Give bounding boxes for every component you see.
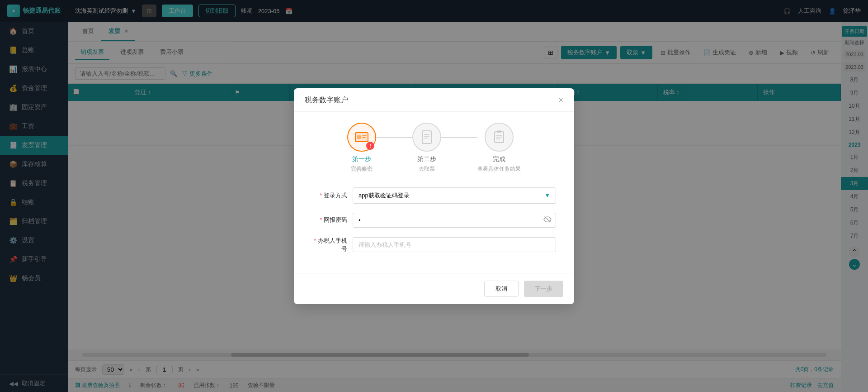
- step-3: 完成 查看具体任务结果: [477, 123, 521, 173]
- eye-icon[interactable]: [543, 217, 552, 224]
- step1-icon-wrap: !: [347, 123, 376, 152]
- step1-badge: !: [366, 142, 374, 150]
- step3-clipboard-icon: [491, 129, 507, 145]
- step1-label: 第一步: [352, 155, 371, 163]
- step1-desc: 完善账密: [351, 165, 373, 173]
- step2-icon-wrap: [412, 123, 441, 152]
- login-method-select[interactable]: app获取验证码登录 ▼: [353, 187, 556, 204]
- login-method-value: app获取验证码登录: [359, 191, 410, 200]
- select-dropdown-icon: ▼: [544, 192, 550, 199]
- next-button[interactable]: 下一步: [524, 281, 563, 297]
- step-connector-1: [376, 137, 412, 138]
- dialog-tax-account: 税务数字账户 ×: [294, 88, 574, 304]
- step2-desc: 去取票: [419, 165, 435, 173]
- dialog-body: ! 第一步 完善账密: [294, 112, 574, 273]
- password-input[interactable]: [353, 213, 556, 228]
- step3-label: 完成: [493, 155, 505, 163]
- password-row: * 网报密码: [312, 213, 556, 228]
- phone-row: * 办税人手机号: [312, 237, 556, 253]
- step-2: 第二步 去取票: [412, 123, 441, 173]
- login-method-row: * 登录方式 app获取验证码登录 ▼: [312, 187, 556, 204]
- svg-rect-5: [422, 131, 431, 143]
- step-1: ! 第一步 完善账密: [347, 123, 376, 173]
- dialog-title: 税务数字账户: [305, 96, 348, 105]
- step-connector-2: [441, 137, 477, 138]
- login-method-label: * 登录方式: [312, 191, 353, 200]
- password-wrap: [353, 213, 556, 228]
- phone-label: * 办税人手机号: [312, 237, 353, 253]
- steps-indicator: ! 第一步 完善账密: [312, 123, 556, 173]
- required-star: *: [320, 192, 322, 199]
- step2-label: 第二步: [417, 155, 436, 163]
- required-star2: *: [320, 216, 322, 223]
- step3-desc: 查看具体任务结果: [477, 165, 521, 173]
- cancel-button[interactable]: 取消: [484, 281, 519, 297]
- modal-overlay: 税务数字账户 ×: [0, 0, 868, 392]
- dialog-footer: 取消 下一步: [294, 273, 574, 304]
- dialog-header: 税务数字账户 ×: [294, 88, 574, 112]
- svg-rect-2: [357, 135, 361, 139]
- password-label: * 网报密码: [312, 216, 353, 224]
- required-star3: *: [314, 237, 316, 244]
- login-form: * 登录方式 app获取验证码登录 ▼ * 网报密码: [312, 187, 556, 253]
- dialog-close-button[interactable]: ×: [558, 96, 563, 105]
- phone-input[interactable]: [353, 237, 556, 252]
- step2-receipt-icon: [419, 129, 435, 145]
- step3-icon-wrap: [485, 123, 514, 152]
